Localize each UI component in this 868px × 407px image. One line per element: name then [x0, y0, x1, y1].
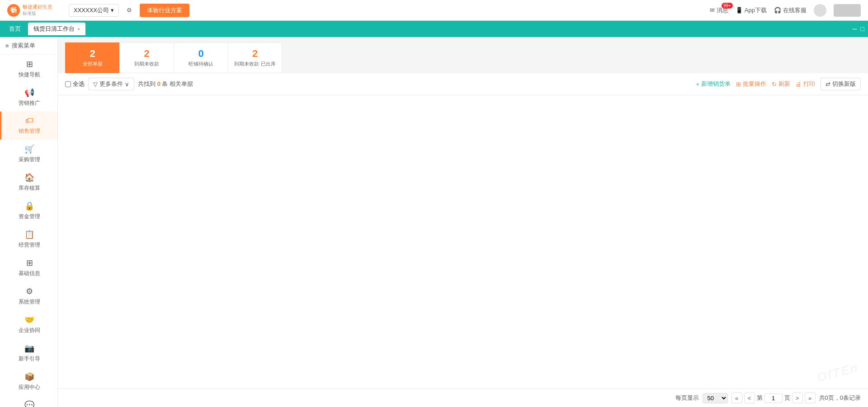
app-center-label: 应用中心	[19, 384, 40, 391]
operation-icon: 📋	[24, 229, 34, 239]
summary-label-all: 全部单据	[83, 61, 103, 67]
logo-icon: 畅	[7, 4, 20, 17]
batch-label: 批量操作	[743, 80, 766, 88]
print-button[interactable]: 🖨 打印	[796, 80, 815, 88]
message-icon: ✉	[710, 7, 715, 14]
company-selector[interactable]: XXXXXX公司 ▾	[69, 4, 119, 17]
summary-label-overdue-out: 到期未收款 已出库	[234, 61, 275, 67]
app-download-button[interactable]: 📱 App下载	[736, 6, 767, 14]
found-text: 共找到 0 条 相关单据	[138, 80, 193, 88]
finance-icon: 🔒	[24, 201, 34, 211]
summary-num-overdue: 2	[144, 49, 149, 59]
tab-active[interactable]: 钱货日清工作台 ×	[28, 23, 85, 35]
purchase-label: 采购管理	[19, 156, 40, 164]
switch-version-button[interactable]: ⇄ 切换新版	[821, 78, 861, 90]
found-unit: 条	[162, 80, 168, 87]
summary-num-all: 2	[90, 49, 95, 59]
logo-area: 畅 畅捷通好生意 标准版	[7, 0, 65, 20]
next-page-button[interactable]: >	[792, 393, 803, 403]
inventory-label: 库存核算	[19, 184, 40, 192]
last-page-button[interactable]: »	[805, 393, 816, 403]
tab-home[interactable]: 首页	[4, 23, 26, 35]
guide-label: 新手引导	[19, 355, 40, 363]
page-label2: 页	[784, 394, 790, 402]
sidebar-item-wechat[interactable]: 💬 企业微信	[0, 396, 57, 407]
sidebar-item-purchase[interactable]: 🛒 采购管理	[0, 140, 57, 168]
gear-icon: ⚙	[127, 7, 132, 14]
tab-close-icon[interactable]: ×	[77, 26, 80, 32]
search-menu-label: 搜索菜单	[12, 42, 35, 50]
guide-icon: 📷	[24, 343, 34, 353]
toolbar-left: 全选 ▽ 更多条件 ∨ 共找到 0 条 相关单据	[65, 78, 193, 90]
refresh-label: 刷新	[778, 80, 790, 88]
download-icon: 📱	[736, 7, 743, 14]
tab-minimize-icon[interactable]: ─	[853, 25, 857, 33]
page-label: 第	[757, 394, 763, 402]
basic-icon: ⊞	[26, 258, 33, 268]
marketing-icon: 📢	[24, 88, 34, 98]
avatar[interactable]	[814, 4, 826, 17]
sidebar-item-operation[interactable]: 📋 经营管理	[0, 225, 57, 253]
summary-card-overdue[interactable]: 2 到期未收款	[119, 42, 174, 73]
select-all-checkbox[interactable]: 全选	[65, 80, 85, 88]
logo-sub: 标准版	[23, 10, 52, 17]
settings-button[interactable]: ⚙	[123, 4, 136, 17]
header-right: ✉ 消息 99+ 📱 App下载 🎧 在线客服	[710, 4, 861, 17]
main-layout: ≡ 搜索菜单 ⊞ 快捷导航 📢 营销推广 🏷 销售管理 🛒 采购管理 🏠 库存核…	[0, 37, 868, 407]
tab-bar-controls: ─ □	[853, 25, 864, 33]
filter-icon: ▽	[93, 81, 98, 88]
page-size-select[interactable]: 20 50 100	[703, 393, 728, 403]
top-header: 畅 畅捷通好生意 标准版 XXXXXX公司 ▾ ⚙ 体验行业方案 ✉ 消息 99…	[0, 0, 868, 21]
sidebar-item-quick-nav[interactable]: ⊞ 快捷导航	[0, 55, 57, 83]
summary-card-all[interactable]: 2 全部单据	[65, 42, 119, 73]
total-records: 共0页，0条记录	[819, 394, 861, 402]
sidebar-item-finance[interactable]: 🔒 资金管理	[0, 196, 57, 225]
refresh-button[interactable]: ↻ 刷新	[772, 80, 790, 88]
filter-button[interactable]: ▽ 更多条件 ∨	[88, 78, 134, 90]
filter-label: 更多条件	[99, 80, 123, 88]
print-label: 打印	[803, 80, 815, 88]
page-input[interactable]	[764, 393, 783, 403]
cooperation-icon: 🤝	[24, 315, 34, 325]
sidebar-item-basic[interactable]: ⊞ 基础信息	[0, 253, 57, 282]
batch-operation-button[interactable]: ⊞ 批量操作	[736, 80, 766, 88]
sidebar-item-system[interactable]: ⚙ 系统管理	[0, 282, 57, 310]
footer: 每页显示 20 50 100 « < 第 页 > » 共0页，0条记录	[58, 388, 868, 407]
messages-button[interactable]: ✉ 消息 99+	[710, 6, 728, 14]
prev-page-button[interactable]: <	[744, 393, 755, 403]
summary-card-pending[interactable]: 0 旺铺待确认	[174, 42, 228, 73]
app-download-label: App下载	[745, 6, 767, 14]
sidebar-item-inventory[interactable]: 🏠 库存核算	[0, 168, 57, 196]
sidebar: ≡ 搜索菜单 ⊞ 快捷导航 📢 营销推广 🏷 销售管理 🛒 采购管理 🏠 库存核…	[0, 37, 58, 407]
sidebar-item-marketing[interactable]: 📢 营销推广	[0, 83, 57, 112]
quick-nav-icon: ⊞	[26, 59, 33, 69]
toolbar-right: + 新增销货单 ⊞ 批量操作 ↻ 刷新 🖨 打印 ⇄ 切换新版	[696, 78, 861, 90]
first-page-button[interactable]: «	[731, 393, 742, 403]
sidebar-item-cooperation[interactable]: 🤝 企业协同	[0, 310, 57, 339]
select-all-input[interactable]	[65, 81, 71, 87]
online-service-button[interactable]: 🎧 在线客服	[774, 6, 807, 14]
add-sales-button[interactable]: + 新增销货单	[696, 80, 731, 88]
add-label: 新增销货单	[701, 80, 731, 88]
search-menu-button[interactable]: ≡ 搜索菜单	[0, 37, 57, 55]
filter-chevron-icon: ∨	[125, 81, 129, 88]
tab-bar: 首页 钱货日清工作台 × ─ □	[0, 21, 868, 37]
logo-name: 畅捷通好生意	[23, 4, 52, 10]
summary-card-overdue-out[interactable]: 2 到期未收款 已出库	[228, 42, 282, 73]
sidebar-item-guide[interactable]: 📷 新手引导	[0, 339, 57, 367]
wechat-icon: 💬	[24, 400, 34, 407]
trial-button[interactable]: 体验行业方案	[140, 4, 189, 17]
select-all-label: 全选	[73, 80, 85, 88]
tab-maximize-icon[interactable]: □	[861, 25, 864, 33]
sidebar-item-app-center[interactable]: 📦 应用中心	[0, 367, 57, 396]
sidebar-item-sales[interactable]: 🏷 销售管理	[0, 112, 57, 140]
sales-icon: 🏷	[25, 116, 33, 126]
avatar2[interactable]	[834, 4, 861, 17]
refresh-icon: ↻	[772, 81, 777, 88]
summary-bar: 2 全部单据 2 到期未收款 0 旺铺待确认 2 到期未收款 已出库	[58, 37, 868, 73]
home-tab-label: 首页	[9, 25, 21, 33]
summary-num-overdue-out: 2	[252, 49, 258, 59]
summary-label-overdue: 到期未收款	[134, 61, 159, 67]
quick-nav-label: 快捷导航	[19, 71, 40, 79]
cooperation-label: 企业协同	[19, 327, 40, 334]
